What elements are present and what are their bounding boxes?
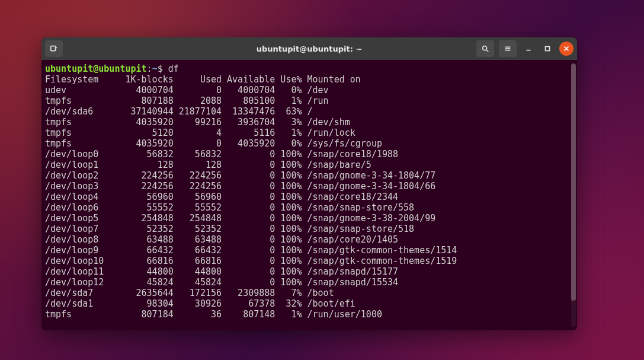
- maximize-icon: [543, 44, 552, 53]
- df-output: Filesystem 1K-blocks Used Available Use%…: [45, 74, 457, 320]
- prompt-line: ubuntupit@ubuntupit:~$ df: [45, 63, 575, 74]
- prompt-dollar: $: [158, 63, 168, 74]
- new-tab-button[interactable]: [45, 40, 63, 57]
- terminal-window: ubuntupit@ubuntupit: ~ ubuntupit@ubuntup…: [41, 37, 577, 330]
- svg-rect-0: [51, 46, 56, 51]
- prompt-user: ubuntupit: [45, 63, 93, 74]
- prompt-host: ubuntupit: [98, 63, 146, 74]
- svg-rect-2: [546, 47, 550, 51]
- svg-point-1: [483, 46, 487, 50]
- minimize-button[interactable]: [521, 42, 536, 56]
- new-tab-icon: [50, 44, 58, 53]
- hamburger-icon: [504, 44, 512, 53]
- terminal-body[interactable]: ubuntupit@ubuntupit:~$ dfFilesystem 1K-b…: [41, 60, 577, 330]
- close-button[interactable]: [559, 42, 573, 56]
- maximize-button[interactable]: [540, 42, 555, 56]
- minimize-icon: [524, 44, 533, 53]
- scrollbar-thumb[interactable]: [571, 63, 576, 301]
- prompt-at: @: [93, 63, 98, 74]
- prompt-colon: :: [147, 63, 152, 74]
- close-icon: [562, 44, 571, 53]
- scrollbar[interactable]: [571, 63, 576, 327]
- menu-button[interactable]: [499, 40, 517, 57]
- search-icon: [481, 44, 489, 53]
- search-button[interactable]: [476, 40, 494, 57]
- command-text: df: [168, 63, 179, 74]
- prompt-path: ~: [152, 63, 158, 74]
- titlebar: ubuntupit@ubuntupit: ~: [41, 37, 577, 60]
